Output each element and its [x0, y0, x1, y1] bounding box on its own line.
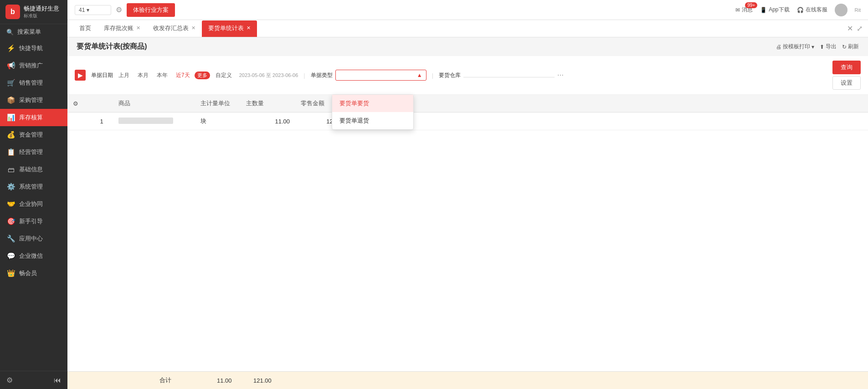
table-footer: 合计 11.00 121.00: [67, 371, 868, 389]
sidebar-item-label: 企业协同: [19, 200, 43, 208]
table-settings-icon[interactable]: ⚙: [73, 100, 78, 107]
sales-icon: 🛒: [6, 79, 15, 87]
refresh-button[interactable]: ↻ 刷新: [842, 43, 859, 51]
tabs-bar: 首页 库存批次账 ✕ 收发存汇总表 ✕ 要货单统计表 ✕ ✕ ⤢: [67, 20, 868, 37]
tab-home[interactable]: 首页: [73, 20, 98, 37]
set-button[interactable]: 设置: [832, 76, 861, 90]
topbar-right: ✉ 消息 99+ 📱 App下载 🎧 在线客服 Rit: [735, 4, 861, 16]
col-header-qty: 主数量: [241, 95, 295, 113]
row-unit: 块: [195, 113, 241, 130]
gear-icon[interactable]: ⚙: [116, 5, 122, 14]
settings-icon[interactable]: ⚙: [6, 376, 13, 384]
col-header-settings[interactable]: ⚙: [67, 95, 90, 113]
online-service-label: 在线客服: [806, 6, 827, 14]
sidebar-item-search[interactable]: 🔍 搜索菜单: [0, 24, 67, 40]
type-filter-group: 单据类型 ▲: [311, 70, 426, 81]
type-select[interactable]: ▲: [335, 70, 426, 81]
warehouse-filter-label: 要货仓库: [439, 72, 461, 79]
basic-icon: 🗃: [6, 166, 15, 174]
user-avatar[interactable]: [835, 4, 847, 16]
tabs-close-all-button[interactable]: ✕: [847, 24, 853, 33]
messages-button[interactable]: ✉ 消息 99+: [735, 6, 753, 14]
guide-icon: 🎯: [6, 217, 15, 225]
app-version: 标准版: [24, 13, 59, 19]
sidebar-item-inventory[interactable]: 📊 库存核算: [0, 109, 67, 126]
row-no: 1: [90, 113, 113, 130]
print-button[interactable]: 🖨 按模板打印 ▾: [776, 43, 814, 51]
app-download-button[interactable]: 📱 App下载: [760, 6, 789, 14]
dropdown-item-order[interactable]: 要货单要货: [332, 95, 413, 112]
sidebar-item-guide[interactable]: 🎯 新手引导: [0, 213, 67, 230]
sidebar-item-system[interactable]: ⚙️ 系统管理: [0, 178, 67, 195]
tab-inventory-batch-close[interactable]: ✕: [136, 25, 140, 31]
row-goods: [113, 113, 195, 130]
query-button[interactable]: 查询: [832, 61, 861, 74]
quicknav-icon: ⚡: [6, 44, 15, 52]
this-year-button[interactable]: 本年: [154, 71, 170, 80]
sidebar-item-label: 系统管理: [19, 183, 43, 191]
sidebar-item-marketing[interactable]: 📢 营销推广: [0, 57, 67, 74]
page-actions: 🖨 按模板打印 ▾ ⬆ 导出 ↻ 刷新: [776, 43, 859, 51]
sidebar-item-wechat[interactable]: 💬 企业微信: [0, 247, 67, 265]
sidebar: b 畅捷通好生意 标准版 🔍 搜索菜单 ⚡ 快捷导航 📢 营销推广 🛒 销售管理…: [0, 0, 67, 389]
member-icon: 👑: [6, 269, 15, 277]
tab-receivable-summary-label: 收发存汇总表: [153, 24, 189, 32]
prev-month-button[interactable]: 上月: [116, 71, 132, 80]
print-chevron: ▾: [812, 44, 814, 50]
tab-order-stats[interactable]: 要货单统计表 ✕: [202, 20, 257, 37]
page-header: 要货单统计表(按商品) 🖨 按模板打印 ▾ ⬆ 导出 ↻ 刷新: [67, 37, 868, 56]
col-header-goods: 商品: [113, 95, 195, 113]
topbar: 41 ▾ ⚙ 体验行业方案 ✉ 消息 99+ 📱 App下载 🎧 在线客服 Ri…: [67, 0, 868, 20]
filter-divider2: |: [432, 72, 433, 79]
sidebar-search-label: 搜索菜单: [17, 28, 41, 36]
this-month-button[interactable]: 本月: [135, 71, 151, 80]
export-button[interactable]: ⬆ 导出: [820, 43, 837, 51]
dropdown-item-return[interactable]: 要货单退货: [332, 112, 413, 129]
table-row: 1 块 11.00 121.00: [67, 113, 868, 130]
sidebar-item-member[interactable]: 👑 畅会员: [0, 265, 67, 282]
appstore-icon: 🔧: [6, 235, 15, 243]
sidebar-item-purchase[interactable]: 📦 采购管理: [0, 92, 67, 109]
sidebar-item-basic[interactable]: 🗃 基础信息: [0, 161, 67, 178]
marketing-icon: 📢: [6, 61, 15, 70]
sidebar-item-appstore[interactable]: 🔧 应用中心: [0, 230, 67, 247]
enterprise-icon: 🤝: [6, 200, 15, 208]
headphone-icon: 🎧: [797, 7, 804, 13]
collapse-icon[interactable]: ⏮: [54, 376, 61, 384]
row-extra: [350, 113, 868, 130]
page-title: 要货单统计表(按商品): [77, 42, 147, 51]
message-icon: ✉: [735, 7, 740, 13]
warehouse-more-icon[interactable]: ⋯: [557, 72, 564, 79]
sidebar-item-sales[interactable]: 🛒 销售管理: [0, 74, 67, 92]
trial-button[interactable]: 体验行业方案: [127, 3, 175, 17]
data-table: ⚙ 商品 主计量单位 主数量 零售金额 1 块: [67, 95, 868, 130]
sidebar-item-quicknav[interactable]: ⚡ 快捷导航: [0, 40, 67, 57]
tab-inventory-batch[interactable]: 库存批次账 ✕: [98, 20, 147, 37]
sidebar-item-enterprise[interactable]: 🤝 企业协同: [0, 195, 67, 213]
col-header-unit: 主计量单位: [195, 95, 241, 113]
date-filter-group: 单据日期 上月 本月 本年 近7天 更多 自定义 2023-05-06 至 20…: [91, 71, 298, 80]
sidebar-item-label: 新手引导: [19, 217, 43, 225]
sidebar-item-finance[interactable]: 💰 资金管理: [0, 126, 67, 143]
tab-order-stats-close[interactable]: ✕: [247, 25, 251, 31]
sidebar-item-label: 企业微信: [19, 252, 43, 260]
col-header-extra: [350, 95, 868, 113]
warehouse-select[interactable]: [463, 73, 555, 77]
filter-bar: ▶ 单据日期 上月 本月 本年 近7天 更多 自定义 2023-05-06 至 …: [67, 56, 868, 95]
expand-filter-button[interactable]: ▶: [75, 70, 86, 81]
refresh-icon: ↻: [842, 44, 847, 50]
tab-receivable-summary[interactable]: 收发存汇总表 ✕: [147, 20, 202, 37]
topbar-search-select[interactable]: 41 ▾: [75, 5, 111, 15]
sidebar-scroll: 🔍 搜索菜单 ⚡ 快捷导航 📢 营销推广 🛒 销售管理 📦 采购管理 📊 库存核…: [0, 24, 67, 371]
tabs-maximize-button[interactable]: ⤢: [857, 24, 863, 33]
sidebar-item-label: 畅会员: [19, 269, 37, 277]
more-date-badge[interactable]: 更多: [195, 72, 210, 79]
custom-date-button[interactable]: 自定义: [213, 71, 235, 80]
seven-days-button[interactable]: 近7天: [173, 71, 193, 80]
col-header-no: [90, 95, 113, 113]
online-service-button[interactable]: 🎧 在线客服: [797, 6, 827, 14]
app-name: 畅捷通好生意: [24, 5, 59, 13]
sidebar-item-label: 快捷导航: [19, 44, 43, 52]
tab-receivable-summary-close[interactable]: ✕: [191, 25, 195, 31]
sidebar-item-operation[interactable]: 📋 经营管理: [0, 143, 67, 161]
